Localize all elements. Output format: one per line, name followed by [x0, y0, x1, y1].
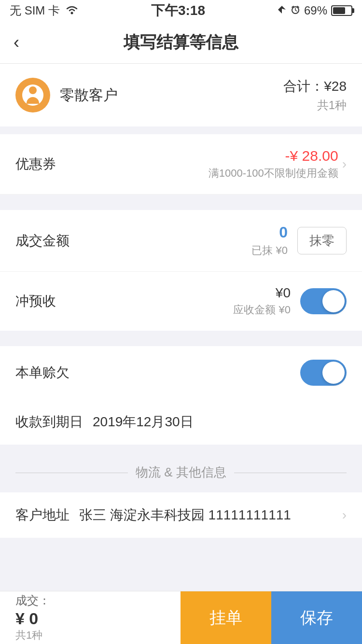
bottom-deal-count: 共1种: [15, 628, 165, 643]
address-chevron-icon: ›: [342, 507, 347, 523]
svg-point-0: [71, 12, 73, 14]
amount-right: 0 已抹 ¥0 抹零: [251, 224, 347, 258]
address-label: 客户地址: [15, 506, 70, 524]
location-icon: [277, 4, 287, 17]
section-divider-1: [0, 202, 362, 210]
content: 零散客户 合计：¥28 共1种 优惠券 -¥ 28.00 满1000-100不限…: [0, 64, 362, 603]
prepay-sub: 应收金额 ¥0: [233, 303, 291, 317]
section-divider-2: [0, 338, 362, 346]
page-title: 填写结算等信息: [124, 31, 238, 54]
save-button[interactable]: 保存: [271, 591, 362, 644]
hang-button[interactable]: 挂单: [181, 591, 271, 644]
amount-value: 0: [251, 224, 288, 241]
coupon-values: -¥ 28.00 满1000-100不限制使用金额: [209, 148, 338, 181]
status-right: 69%: [277, 4, 352, 17]
wifi-icon: [65, 4, 79, 17]
address-row[interactable]: 客户地址 张三 海淀永丰科技园 11111111111 ›: [0, 492, 362, 538]
logistics-label: 物流 & 其他信息: [128, 465, 234, 479]
address-value: 张三 海淀永丰科技园 11111111111: [79, 506, 342, 524]
customer-left: 零散客户: [15, 78, 118, 112]
amount-value-group: 0 已抹 ¥0: [251, 224, 288, 258]
debt-toggle-knob: [322, 362, 345, 384]
prepay-main: ¥0: [233, 285, 291, 301]
amount-label: 成交金额: [15, 232, 70, 250]
customer-row: 零散客户 合计：¥28 共1种: [0, 64, 362, 126]
prepay-row: 冲预收 ¥0 应收金额 ¥0: [0, 272, 362, 331]
status-time: 下午3:18: [151, 1, 205, 20]
battery-icon: [331, 5, 352, 16]
alarm-icon: [291, 4, 300, 17]
prepay-right: ¥0 应收金额 ¥0: [233, 285, 347, 317]
debt-label: 本单赊欠: [15, 364, 70, 382]
coupon-row[interactable]: 优惠券 -¥ 28.00 满1000-100不限制使用金额 ›: [0, 134, 362, 195]
customer-avatar: [15, 78, 50, 112]
amount-section: 成交金额 0 已抹 ¥0 抹零 冲预收 ¥0 应收金额 ¥0: [0, 210, 362, 331]
carrier-text: 无 SIM 卡: [10, 3, 60, 18]
coupon-label: 优惠券: [15, 155, 56, 173]
avatar-icon: [22, 84, 43, 106]
status-left: 无 SIM 卡: [10, 3, 79, 18]
prepay-values: ¥0 应收金额 ¥0: [233, 285, 291, 317]
coupon-right: -¥ 28.00 满1000-100不限制使用金额 ›: [209, 148, 347, 181]
bottom-left: 成交： ¥ 0 共1种: [0, 593, 181, 643]
customer-summary: 合计：¥28 共1种: [283, 77, 347, 113]
bottom-bar: 成交： ¥ 0 共1种 挂单 保存: [0, 591, 362, 644]
chevron-right-icon: ›: [342, 156, 347, 172]
bottom-deal-label: 成交：: [15, 593, 165, 608]
total-amount: 合计：¥28: [283, 77, 347, 96]
coupon-desc: 满1000-100不限制使用金额: [209, 166, 338, 181]
due-date-label: 收款到期日: [15, 413, 83, 431]
due-date-value: 2019年12月30日: [93, 413, 194, 431]
battery-fill: [333, 7, 345, 14]
debt-toggle[interactable]: [300, 360, 347, 386]
battery-percent: 69%: [304, 4, 327, 17]
bottom-deal-amount: ¥ 0: [15, 609, 165, 628]
debt-section: 本单赊欠 收款到期日 2019年12月30日: [0, 346, 362, 445]
logistics-divider: 物流 & 其他信息: [0, 452, 362, 492]
amount-sub: 已抹 ¥0: [251, 243, 288, 258]
toggle-knob: [322, 290, 345, 312]
status-bar: 无 SIM 卡 下午3:18 69%: [0, 0, 362, 21]
debt-row: 本单赊欠: [0, 346, 362, 399]
total-count: 共1种: [283, 98, 347, 113]
coupon-amount: -¥ 28.00: [209, 148, 338, 164]
amount-row: 成交金额 0 已抹 ¥0 抹零: [0, 210, 362, 272]
nav-bar: ‹ 填写结算等信息: [0, 21, 362, 64]
due-date-row: 收款到期日 2019年12月30日: [0, 399, 362, 445]
prepay-toggle[interactable]: [300, 288, 347, 314]
customer-name: 零散客户: [60, 85, 118, 105]
prepay-label: 冲预收: [15, 292, 56, 310]
round-button[interactable]: 抹零: [297, 227, 347, 254]
back-button[interactable]: ‹: [14, 32, 19, 53]
